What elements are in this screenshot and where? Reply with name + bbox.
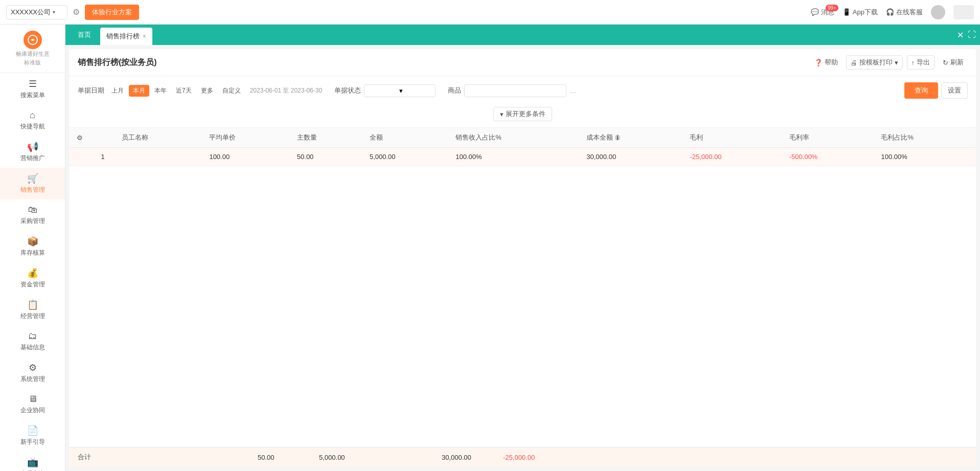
refresh-button[interactable]: ↻ 刷新 [939,56,968,69]
col-avg-price: 平均单价 [203,128,290,148]
more-tab[interactable]: 更多 [197,85,217,97]
cell-sales-pct: 100.00% [449,148,580,166]
this-month-tab[interactable]: 本月 [129,85,149,97]
page-title: 销售排行榜(按业务员) [78,57,810,68]
content-area: 首页 销售排行榜 × ✕ ⛶ 销售排行榜(按业务员) ❓ [65,25,980,471]
sidebar-label-7: 经营管理 [20,312,45,321]
avatar[interactable] [931,5,945,19]
company-selector[interactable]: XXXXXX公司 ▾ [6,5,67,19]
tab-sales-rank-label: 销售排行榜 [106,32,140,41]
last-month-tab[interactable]: 上月 [107,85,128,97]
sidebar-item-7[interactable]: 📋 经营管理 [0,294,65,326]
print-button[interactable]: 🖨 按模板打印 ▾ [846,55,903,70]
sidebar-item-3[interactable]: 🛒 销售管理 [0,168,65,199]
sidebar-item-9[interactable]: ⚙ 系统管理 [0,357,65,389]
tab-bar: 首页 销售排行榜 × ✕ ⛶ [65,25,980,45]
custom-tab[interactable]: 自定义 [218,85,245,97]
tab-close-button[interactable]: ✕ [957,30,964,40]
col-name: 员工名称 [116,128,203,148]
online-service-label: 在线客服 [896,8,923,17]
col-cost: 成本全额 ℹ [580,128,683,148]
trial-button[interactable]: 体验行业方案 [85,5,139,20]
app-version: 标准版 [24,59,41,66]
col-settings[interactable]: ⚙ [70,128,90,148]
footer-main-qty: 50.00 [252,454,313,461]
cell-gross-pct: 100.00% [875,148,976,166]
sidebar-icon-0: ☰ [29,78,37,89]
right-actions: 查询 设置 [904,82,968,99]
cell-amount: 5,000.00 [363,148,449,166]
app-download-button[interactable]: 📱 App下载 [842,8,878,17]
sidebar-item-11[interactable]: 📄 新手引导 [0,420,65,452]
tab-fullscreen-button[interactable]: ⛶ [968,30,976,39]
print-icon: 🖨 [851,59,857,66]
tab-home[interactable]: 首页 [70,25,99,45]
status-select[interactable]: ▾ [364,84,436,97]
cell-settings [70,148,90,166]
cell-avg-price: 100.00 [203,148,290,166]
help-button[interactable]: ❓ 帮助 [810,56,842,69]
sidebar-item-10[interactable]: 🖥 企业协同 [0,389,65,420]
sidebar-item-4[interactable]: 🛍 采购管理 [0,199,65,231]
table-body: 1 100.00 50.00 5,000.00 100.00% 30,000.0… [70,148,976,166]
col-rank [90,128,116,148]
tab-close-icon[interactable]: × [143,33,146,40]
help-label: 帮助 [825,58,838,67]
sidebar-item-5[interactable]: 📦 库存核算 [0,231,65,262]
user-name[interactable] [953,5,974,19]
sidebar-item-2[interactable]: 📢 营销推广 [0,136,65,168]
col-main-qty: 主数量 [291,128,363,148]
filter-bar: 单据日期 上月 本月 本年 近7天 更多 自定义 2023-06-01 至 20… [70,76,976,128]
export-label: 导出 [917,58,930,67]
message-button[interactable]: 💬 消息 99+ [811,8,834,17]
app-name: 畅康通好生意 [16,50,50,58]
this-year-tab[interactable]: 本年 [150,85,171,97]
sidebar-icon-5: 📦 [27,236,38,247]
sidebar-item-8[interactable]: 🗂 基础信息 [0,326,65,357]
sidebar-item-0[interactable]: ☰ 搜索菜单 [0,73,65,105]
table-row: 1 100.00 50.00 5,000.00 100.00% 30,000.0… [70,148,976,166]
data-table: ⚙ 员工名称 平均单价 主数量 全额 销售收入占比% 成本全额 ℹ 毛利 毛利率 [70,128,976,166]
status-filter: 单据状态 ▾ [334,84,436,97]
cell-rank: 1 [90,148,116,166]
sidebar-label-4: 采购管理 [20,217,45,226]
expand-button[interactable]: ▾ 展开更多条件 [493,107,552,121]
col-gross-pct: 毛利占比% [875,128,976,148]
sidebar-label-1: 快捷导航 [20,122,45,131]
sidebar-icon-1: ⌂ [30,110,35,121]
company-name: XXXXXX公司 [11,8,51,17]
online-service-button[interactable]: 🎧 在线客服 [886,8,923,17]
table-container: ⚙ 员工名称 平均单价 主数量 全额 销售收入占比% 成本全额 ℹ 毛利 毛利率 [70,128,976,447]
settings-icon[interactable]: ⚙ [73,7,80,17]
sidebar-label-2: 营销推广 [20,154,45,163]
date-tabs: 上月 本月 本年 近7天 更多 自定义 [107,85,245,97]
export-button[interactable]: ↑ 导出 [907,55,935,70]
top-right-actions: 💬 消息 99+ 📱 App下载 🎧 在线客服 [811,5,974,19]
goods-more-button[interactable]: … [569,87,576,95]
export-icon: ↑ [911,59,915,66]
sidebar-icon-9: ⚙ [29,362,37,373]
goods-input[interactable] [464,84,566,97]
query-button[interactable]: 查询 [904,82,938,99]
sidebar-item-6[interactable]: 💰 资金管理 [0,262,65,294]
filter-settings-button[interactable]: 设置 [941,82,968,99]
expand-icon: ▾ [500,110,504,118]
sidebar-icon-12: 📺 [27,457,38,468]
last7-tab[interactable]: 近7天 [172,85,196,97]
cell-name [116,148,203,166]
status-caret-icon: ▾ [399,87,403,95]
sidebar-item-12[interactable]: 📺 应用中心 [0,452,65,471]
tab-sales-rank[interactable]: 销售排行榜 × [100,28,152,45]
sidebar-item-1[interactable]: ⌂ 快捷导航 [0,105,65,136]
sidebar-icon-10: 🖥 [28,394,37,405]
goods-filter-label: 商品 [448,86,461,95]
sidebar-label-6: 资金管理 [20,280,45,289]
cell-gross: -25,000.00 [683,148,783,166]
col-sales-pct: 销售收入占比% [449,128,580,148]
sidebar: 畅康通好生意 标准版 ☰ 搜索菜单 ⌂ 快捷导航 📢 营销推广 🛒 销售管理 🛍… [0,25,65,471]
footer-empty2 [200,454,252,461]
app-download-label: App下载 [853,8,878,17]
cell-main-qty: 50.00 [291,148,363,166]
page-content: 销售排行榜(按业务员) ❓ 帮助 🖨 按模板打印 ▾ ↑ [70,49,976,467]
expand-label: 展开更多条件 [506,109,545,119]
